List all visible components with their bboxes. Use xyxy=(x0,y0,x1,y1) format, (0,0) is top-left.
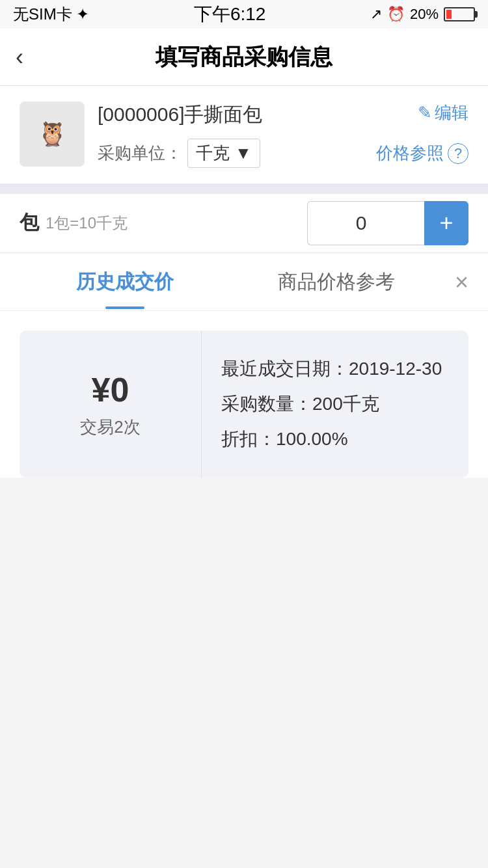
unit-info: 包 1包=10千克 xyxy=(20,210,307,236)
history-price-value: ¥0 xyxy=(92,370,129,409)
nav-bar: ‹ 填写商品采购信息 xyxy=(0,29,488,86)
tabs-panel: 历史成交价 商品价格参考 × ¥0 交易2次 最近成交日期：2019-12-30… xyxy=(0,254,488,478)
recent-date-value: 2019-12-30 xyxy=(349,359,442,379)
status-bar: 无SIM卡 ✦ 下午6:12 ↗ ⏰ 20% xyxy=(0,0,488,29)
unit-label: 采购单位： xyxy=(98,142,182,165)
edit-button[interactable]: ✎ 编辑 xyxy=(418,102,468,124)
purchase-qty-label: 采购数量： xyxy=(221,394,312,414)
separator xyxy=(0,183,488,194)
product-thumbnail: 🦉 xyxy=(20,102,85,167)
price-reference-button[interactable]: 价格参照 ? xyxy=(376,142,468,165)
edit-icon: ✎ xyxy=(418,103,432,123)
recent-date-row: 最近成交日期：2019-12-30 xyxy=(221,357,449,381)
purchase-qty-row: 采购数量：200千克 xyxy=(221,392,449,416)
page-title: 填写商品采购信息 xyxy=(156,42,332,72)
product-card: 🦉 [0000006]手撕面包 ✎ 编辑 采购单位： 千克 ▼ 价格参照 ? xyxy=(0,86,488,183)
history-price-section: ¥0 交易2次 xyxy=(20,331,202,478)
carrier-text: 无SIM卡 ✦ xyxy=(13,4,89,25)
status-time: 下午6:12 xyxy=(194,2,266,27)
purchase-qty-value: 200千克 xyxy=(312,394,379,414)
quantity-input[interactable] xyxy=(307,201,424,245)
help-icon: ? xyxy=(448,143,468,164)
recent-date-label: 最近成交日期： xyxy=(221,359,349,379)
quantity-row: 包 1包=10千克 + xyxy=(0,194,488,252)
unit-conversion: 1包=10千克 xyxy=(46,213,128,234)
tab-history-price[interactable]: 历史成交价 xyxy=(20,256,230,308)
quantity-input-group: + xyxy=(307,201,468,245)
status-right: ↗ ⏰ 20% xyxy=(370,6,475,23)
history-card: ¥0 交易2次 最近成交日期：2019-12-30 采购数量：200千克 折扣：… xyxy=(20,331,468,478)
tab-product-price-ref[interactable]: 商品价格参考 xyxy=(230,256,441,308)
location-icon: ↗ xyxy=(370,6,382,23)
unit-select-dropdown[interactable]: 千克 ▼ xyxy=(187,139,260,168)
tabs-close-button[interactable]: × xyxy=(442,256,468,309)
history-trades-count: 交易2次 xyxy=(80,416,140,439)
status-left: 无SIM卡 ✦ xyxy=(13,4,89,25)
product-name: [0000006]手撕面包 xyxy=(98,102,262,128)
discount-value: 100.00% xyxy=(276,429,348,449)
product-header: [0000006]手撕面包 ✎ 编辑 xyxy=(98,102,468,128)
discount-row: 折扣：100.00% xyxy=(221,427,449,452)
product-info: [0000006]手撕面包 ✎ 编辑 采购单位： 千克 ▼ 价格参照 ? xyxy=(98,102,468,168)
battery-icon xyxy=(444,7,475,21)
product-unit-row: 采购单位： 千克 ▼ 价格参照 ? xyxy=(98,139,468,168)
tabs-header: 历史成交价 商品价格参考 × xyxy=(0,254,488,311)
battery-text: 20% xyxy=(410,6,439,23)
history-details-section: 最近成交日期：2019-12-30 采购数量：200千克 折扣：100.00% xyxy=(202,331,468,478)
dropdown-arrow-icon: ▼ xyxy=(235,143,252,163)
quantity-plus-button[interactable]: + xyxy=(424,201,468,245)
main-content xyxy=(0,497,488,868)
product-thumb-icon: 🦉 xyxy=(38,120,67,148)
alarm-icon: ⏰ xyxy=(387,6,405,23)
unit-badge: 包 xyxy=(20,210,39,236)
discount-label: 折扣： xyxy=(221,429,276,449)
back-button[interactable]: ‹ xyxy=(16,44,23,71)
